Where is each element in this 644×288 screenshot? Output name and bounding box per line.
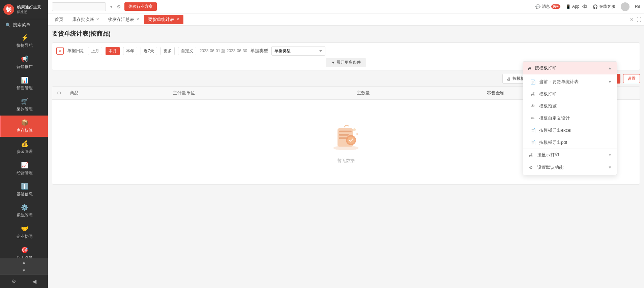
operations-icon: 📈 [21,161,28,169]
date-last7-btn[interactable]: 近7天 [141,47,157,55]
message-item[interactable]: 💬 消息 99+ [535,4,560,9]
avatar[interactable] [621,2,630,11]
topbar-dropdown-arrow[interactable]: ▼ [109,4,113,9]
column-settings-icon[interactable]: ⚙ [57,90,61,96]
dropdown-header[interactable]: 🖨 按模板打印 ▲ [523,62,617,74]
logo-icon: 畅 [3,4,14,15]
current-template-arrow: ▼ [608,79,612,84]
filter-row: » 单据日期 上月 本月 本年 近7天 更多 自定义 2023-06-01 至 … [56,46,636,56]
sidebar-scroll-down[interactable]: ▼ [0,266,48,275]
sidebar-item-quick-nav[interactable]: ⚡快捷导航 [0,31,48,52]
current-template-icon: 📄 [530,79,536,85]
date-more-btn[interactable]: 更多 [160,47,175,55]
basic-icon: ℹ️ [21,183,28,190]
svg-point-8 [356,133,358,135]
tab-collect-account-close[interactable]: ✕ [136,17,139,22]
logo-text: 畅康通好生意 标准版 [17,4,41,15]
date-prev-month-btn[interactable]: 上月 [88,47,102,55]
dropdown-up-chevron[interactable]: ▲ [608,66,612,70]
footer-settings-icon[interactable]: ⚙ [11,278,16,285]
expand-more-btn[interactable]: ▼ 展开更多条件 [326,58,366,67]
sidebar-item-finance[interactable]: 💰资金管理 [0,137,48,158]
sidebar-item-system[interactable]: ⚙️系统管理 [0,200,48,222]
sidebar-item-operations[interactable]: 📈经营管理 [0,158,48,179]
doc-type-label: 单据类型 [251,48,268,54]
sidebar-item-purchase[interactable]: 🛒采购管理 [0,94,48,116]
tab-batch-account[interactable]: 库存批次账 ✕ [68,15,103,24]
col-settings-header: ⚙ [52,87,66,100]
topbar-right: 💬 消息 99+ 📱 App下载 🎧 在线客服 Rit [535,2,640,11]
template-print-icon: 🖨 [530,91,536,97]
tab-batch-account-close[interactable]: ✕ [96,17,99,22]
inventory-icon: 📦 [21,119,28,126]
svg-rect-2 [339,131,351,132]
tab-home[interactable]: 首页 [51,17,67,23]
sidebar-item-inventory[interactable]: 📦库存核算 [0,116,48,137]
enterprise-icon: 🤝 [21,225,28,232]
dropdown-template-preview[interactable]: 👁 模板预览 [523,100,617,112]
date-cur-month-btn[interactable]: 本月 [106,47,120,55]
sidebar: 畅 畅康通好生意 标准版 🔍 搜索菜单 ⚡快捷导航📢营销推广📊销售管理🛒采购管理… [0,0,48,288]
svg-point-6 [347,136,355,144]
sidebar-footer: ⚙ ◀ [0,275,48,288]
date-cur-year-btn[interactable]: 本年 [123,47,137,55]
window-controls: ✕ ⛶ [630,17,641,22]
col-qty-header: 主数量 [353,87,483,100]
template-preview-icon: 👁 [530,103,536,109]
sidebar-scroll-up[interactable]: ▲ [0,258,48,266]
sidebar-item-newbie[interactable]: 🎯新手引导 [0,243,48,258]
finance-icon: 💰 [21,140,28,148]
default-func-arrow: ▼ [608,165,612,170]
content-area: 要货单统计表(按商品) » 单据日期 上月 本月 本年 近7天 更多 自定义 2… [48,26,644,288]
message-icon: 💬 [535,4,540,9]
sidebar-item-marketing[interactable]: 📢营销推广 [0,52,48,73]
display-print-arrow: ▼ [608,153,612,157]
setting-btn[interactable]: 设置 [623,74,640,83]
sales-icon: 📊 [21,76,28,84]
date-label: 单据日期 [67,48,85,54]
topbar-gear-icon[interactable]: ⚙ [117,4,121,9]
trial-btn[interactable]: 体验行业方案 [124,2,157,11]
system-icon: ⚙️ [21,204,28,211]
purchase-icon: 🛒 [21,98,28,105]
dropdown-panel: 🖨 按模板打印 ▲ 📄 当前：要货单统计表 ▼ 🖨 模板打印 [523,61,617,175]
empty-text: 暂无数据 [337,158,355,164]
print-icon: 🖨 [507,76,511,81]
maximize-window-icon[interactable]: ⛶ [637,17,641,22]
default-func-left: ⚙ 设置默认功能 [528,164,563,170]
tab-order-stats[interactable]: 要货单统计表 ✕ [144,15,183,24]
footer-collapse-icon[interactable]: ◀ [32,278,36,285]
sidebar-item-sales[interactable]: 📊销售管理 [0,73,48,94]
dropdown-template-print[interactable]: 🖨 模板打印 [523,88,617,100]
sidebar-search-item[interactable]: 🔍 搜索菜单 [0,19,48,31]
tabs-bar: 首页 库存批次账 ✕ 收发存汇总表 ✕ 要货单统计表 ✕ ✕ ⛶ [48,13,644,26]
tab-collect-account[interactable]: 收发存汇总表 ✕ [104,15,143,24]
dropdown-header-left: 🖨 按模板打印 [528,65,557,71]
page-title: 要货单统计表(按商品) [52,30,640,38]
dropdown-default-func[interactable]: ⚙ 设置默认功能 ▼ [523,161,617,173]
date-custom-btn[interactable]: 自定义 [178,47,196,55]
close-window-icon[interactable]: ✕ [630,17,634,22]
dropdown-template-pdf[interactable]: 📄 按模板导出pdf [523,136,617,149]
topbar-search-input[interactable] [52,2,106,11]
date-range-label: 2023-06-01 至 2023-06-30 [200,48,247,54]
dropdown-template-custom[interactable]: ✏ 模板自定义设计 [523,112,617,124]
template-custom-icon: ✏ [530,116,536,121]
sidebar-item-enterprise[interactable]: 🤝企业协同 [0,222,48,243]
quick-nav-icon: ⚡ [21,34,28,41]
topbar: ▼ ⚙ 体验行业方案 💬 消息 99+ 📱 App下载 🎧 在线客服 Rit [48,0,644,13]
dropdown-template-excel[interactable]: 📄 按模板导出excel [523,124,617,136]
filter-collapse-btn[interactable]: » [56,47,64,55]
tab-order-stats-close[interactable]: ✕ [176,17,179,22]
col-unit-header: 主计量单位 [169,87,353,100]
app-download-item[interactable]: 📱 App下载 [566,4,587,9]
topbar-left: ▼ ⚙ 体验行业方案 [52,2,157,11]
app-icon: 📱 [566,4,571,9]
svg-rect-3 [339,134,349,136]
dropdown-display-print[interactable]: 🖨 按显示打印 ▼ [523,149,617,161]
sidebar-item-basic[interactable]: ℹ️基础信息 [0,179,48,200]
dropdown-current-template[interactable]: 📄 当前：要货单统计表 ▼ [523,76,617,88]
svg-point-7 [353,128,356,131]
doc-type-select[interactable]: 单据类型 [271,46,325,56]
online-service-item[interactable]: 🎧 在线客服 [593,4,615,9]
